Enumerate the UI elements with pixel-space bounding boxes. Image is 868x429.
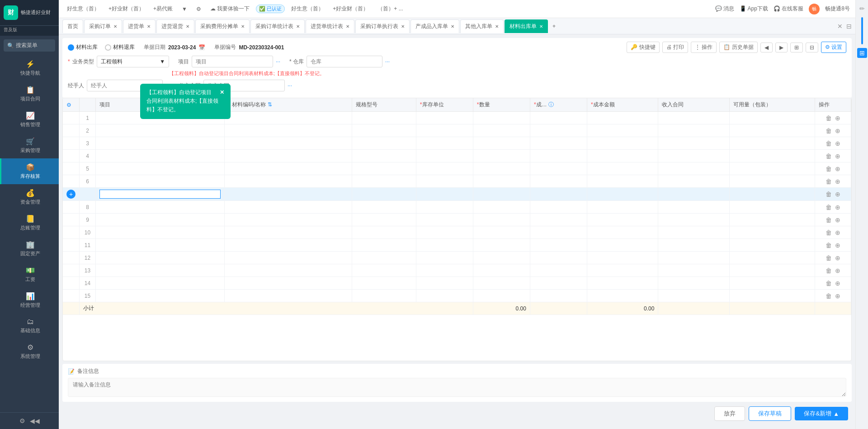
copy-row-8-button[interactable]: ⊕ — [834, 204, 841, 211]
tab-purchase-receipt[interactable]: 进货单 ✕ — [123, 19, 156, 33]
tab-purchase-return[interactable]: 进货退货 ✕ — [156, 19, 194, 33]
project-input[interactable] — [192, 56, 273, 67]
sidebar-item-salary[interactable]: 💵 工资 — [0, 262, 59, 287]
list-view-button[interactable]: ⊟ — [806, 43, 818, 52]
sidebar-item-quick[interactable]: ⚡ 快捷导航 — [0, 55, 59, 81]
tab-other-receipt[interactable]: 其他入库单 ✕ — [460, 19, 504, 33]
window-close-button[interactable]: ✕ — [837, 23, 843, 30]
copy-row-9-button[interactable]: ⊕ — [834, 216, 841, 224]
sidebar-settings-button[interactable]: ⚙ — [19, 417, 25, 424]
topbar-trial[interactable]: ☁ 我要体验一下 — [208, 5, 252, 13]
th-material-sort-icon[interactable]: ⇅ — [268, 101, 272, 108]
copy-row-11-button[interactable]: ⊕ — [834, 242, 841, 249]
tab-more-button[interactable]: + — [549, 23, 559, 29]
copy-row-12-button[interactable]: ⊕ — [834, 254, 841, 262]
copy-row-5-button[interactable]: ⊕ — [834, 165, 841, 172]
topbar-dropdown-icon[interactable]: ▼ — [179, 6, 190, 12]
delete-row-10-button[interactable]: 🗑 — [825, 229, 833, 236]
tab-purchase-exec[interactable]: 采购订单执行表 ✕ — [355, 19, 410, 33]
delete-row-2-button[interactable]: 🗑 — [825, 127, 833, 134]
warehouse-more-icon[interactable]: ··· — [385, 58, 390, 65]
copy-row-13-button[interactable]: ⊕ — [834, 267, 841, 274]
copy-row-7-button[interactable]: ⊕ — [834, 191, 841, 198]
sidebar-collapse-button[interactable]: ◀◀ — [30, 417, 40, 424]
tooltip-close-button[interactable]: ✕ — [220, 88, 224, 97]
add-row-button[interactable]: + — [66, 190, 75, 199]
tab-close-purchase-expense[interactable]: ✕ — [241, 24, 245, 29]
sidebar-item-ops[interactable]: 📊 经营管理 — [0, 287, 59, 313]
copy-row-4-button[interactable]: ⊕ — [834, 153, 841, 160]
delete-row-14-button[interactable]: 🗑 — [825, 280, 833, 287]
sidebar-item-assets[interactable]: 🏢 固定资产 — [0, 236, 59, 262]
copy-row-2-button[interactable]: ⊕ — [834, 127, 841, 134]
topbar-haoyecai[interactable]: +好业财（首） — [106, 5, 147, 13]
radio-material-issue[interactable]: 材料出库 — [68, 43, 98, 51]
delete-row-7-button[interactable]: 🗑 — [825, 191, 833, 198]
topbar-haoshengyi[interactable]: 好生意（首） — [64, 5, 102, 13]
notes-input[interactable] — [68, 378, 846, 397]
delete-row-4-button[interactable]: 🗑 — [825, 153, 833, 160]
copy-row-3-button[interactable]: ⊕ — [834, 140, 841, 147]
settings-button[interactable]: ⚙ 设置 — [821, 42, 846, 53]
next-button[interactable]: ▶ — [775, 43, 788, 52]
tab-purchase-order[interactable]: 采购订单 ✕ — [84, 19, 122, 33]
business-type-select[interactable]: 工程领料 ▼ — [97, 56, 169, 67]
tab-close-purchase-stats[interactable]: ✕ — [296, 24, 300, 29]
right-panel-grid-icon[interactable]: ⊞ — [857, 48, 867, 58]
right-panel-edit-icon[interactable]: ✏ — [857, 4, 867, 14]
search-menu-button[interactable]: 🔍 搜索菜单 — [4, 39, 55, 52]
tab-close-receipt-stats[interactable]: ✕ — [346, 24, 349, 29]
delete-row-1-button[interactable]: 🗑 — [825, 114, 833, 122]
delete-row-6-button[interactable]: 🗑 — [825, 178, 833, 185]
tab-product-receipt[interactable]: 产成品入库单 ✕ — [410, 19, 459, 33]
tab-material-issue[interactable]: 材料出库单 ✕ — [505, 19, 548, 33]
delete-row-13-button[interactable]: 🗑 — [825, 267, 833, 274]
history-button[interactable]: 📋 历史单据 — [719, 42, 757, 53]
copy-row-1-button[interactable]: ⊕ — [834, 114, 841, 122]
tab-close-other-receipt[interactable]: ✕ — [495, 24, 499, 29]
operations-button[interactable]: ⋮ 操作 — [691, 42, 717, 53]
delete-row-15-button[interactable]: 🗑 — [825, 292, 833, 300]
discard-button[interactable]: 放弃 — [714, 406, 745, 421]
sidebar-item-system[interactable]: ⚙ 系统管理 — [0, 338, 59, 364]
copy-row-15-button[interactable]: ⊕ — [834, 292, 841, 300]
topbar-more[interactable]: （首）+ ... — [375, 5, 406, 13]
delete-row-11-button[interactable]: 🗑 — [825, 242, 833, 249]
tab-purchase-expense[interactable]: 采购费用分摊单 ✕ — [195, 19, 250, 33]
sidebar-item-inventory[interactable]: 📦 库存核算 — [0, 158, 59, 184]
tab-purchase-stats[interactable]: 采购订单统计表 ✕ — [250, 19, 305, 33]
tab-close-material-issue[interactable]: ✕ — [539, 24, 543, 29]
sidebar-item-purchase[interactable]: 🛒 采购管理 — [0, 133, 59, 158]
table-settings-icon[interactable]: ⚙ — [66, 102, 71, 108]
topbar-hyc1[interactable]: +好业财（首） — [330, 5, 371, 13]
message-button[interactable]: 💬 消息 — [715, 5, 734, 13]
project-more-icon[interactable]: ··· — [276, 58, 280, 65]
prev-button[interactable]: ◀ — [760, 43, 773, 52]
tab-close-purchase-receipt[interactable]: ✕ — [147, 24, 151, 29]
warehouse-input[interactable] — [307, 56, 382, 67]
tab-close-purchase-return[interactable]: ✕ — [186, 24, 189, 29]
delete-row-8-button[interactable]: 🗑 — [825, 204, 833, 211]
sidebar-item-sales[interactable]: 📈 销售管理 — [0, 107, 59, 133]
copy-row-6-button[interactable]: ⊕ — [834, 178, 841, 185]
row7-material-input[interactable] — [228, 190, 348, 198]
income-contract-more-icon[interactable]: ··· — [288, 82, 292, 89]
save-draft-button[interactable]: 保存草稿 — [749, 406, 791, 421]
topbar-settings-icon[interactable]: ⚙ — [193, 6, 204, 12]
sidebar-item-project[interactable]: 📋 项目合同 — [0, 81, 59, 107]
cost-info-icon[interactable]: ⓘ — [548, 101, 554, 108]
delete-row-3-button[interactable]: 🗑 — [825, 140, 833, 147]
username-label[interactable]: 畅捷通8号 — [825, 5, 850, 13]
sidebar-item-ledger[interactable]: 📒 总账管理 — [0, 210, 59, 236]
topbar-gs1[interactable]: 好生意（首） — [288, 5, 326, 13]
delete-row-9-button[interactable]: 🗑 — [825, 216, 833, 224]
row7-item-input[interactable] — [99, 190, 221, 199]
radio-material-return[interactable]: 材料退库 — [105, 43, 135, 51]
tab-receipt-stats[interactable]: 进货单统计表 ✕ — [306, 19, 354, 33]
delete-row-5-button[interactable]: 🗑 — [825, 165, 833, 172]
print-button[interactable]: 🖨 打印 — [662, 42, 688, 53]
calendar-icon[interactable]: 📅 — [198, 44, 205, 51]
delete-row-12-button[interactable]: 🗑 — [825, 254, 833, 262]
user-avatar[interactable]: 畅 — [809, 4, 820, 14]
shortcut-button[interactable]: 🔑 快捷键 — [627, 42, 659, 53]
